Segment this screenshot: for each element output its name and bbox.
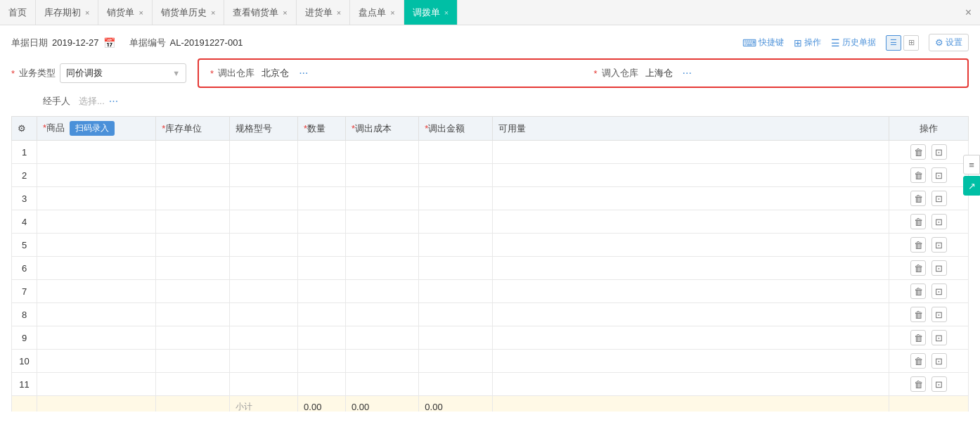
row-available: [492, 210, 889, 234]
row-unit: [156, 280, 229, 303]
warehouse-in-more[interactable]: ···: [683, 67, 692, 79]
tab-close-inventory-init[interactable]: ×: [85, 8, 89, 17]
tab-inventory-init[interactable]: 库存期初 ×: [36, 0, 98, 25]
delete-icon[interactable]: 🗑: [910, 144, 926, 160]
history-button[interactable]: ☰ 历史单据: [831, 37, 876, 49]
panel-expand-btn[interactable]: ↗: [963, 176, 980, 196]
row-cost: [345, 187, 418, 210]
row-spec: [229, 257, 297, 280]
copy-icon[interactable]: ⊡: [931, 144, 947, 160]
column-amount: *调出金额: [419, 117, 492, 141]
settings-button[interactable]: ⚙ 设置: [929, 34, 969, 51]
copy-icon[interactable]: ⊡: [931, 167, 947, 183]
row-available: [492, 326, 889, 350]
column-gear[interactable]: ⚙: [12, 117, 37, 141]
row-spec: [229, 187, 297, 210]
handler-more[interactable]: ···: [109, 95, 118, 108]
shortcuts-button[interactable]: ⌨ 快捷键: [742, 37, 784, 49]
tab-close-inventory-check[interactable]: ×: [390, 8, 394, 17]
row-amount: [419, 303, 492, 326]
transfer-table: ⚙ *商品 扫码录入 *库存单位 规格型号 *数量: [11, 116, 969, 412]
table-row: 1 🗑 ⊡: [12, 141, 969, 164]
table-row: 8 🗑 ⊡: [12, 303, 969, 326]
row-unit: [156, 234, 229, 257]
tab-transfer[interactable]: 调拨单 ×: [404, 0, 458, 25]
row-action: 🗑 ⊡: [889, 350, 969, 373]
tab-home[interactable]: 首页: [0, 0, 36, 25]
row-amount: [419, 164, 492, 187]
delete-icon[interactable]: 🗑: [910, 237, 926, 253]
tab-close-view-sales[interactable]: ×: [283, 8, 287, 17]
row-action: 🗑 ⊡: [889, 141, 969, 164]
copy-icon[interactable]: ⊡: [931, 330, 947, 345]
handler-row: 经手人 选择... ···: [11, 95, 969, 108]
business-type-select[interactable]: 同价调拨 ▼: [60, 63, 186, 83]
tab-close-sales-order[interactable]: ×: [138, 8, 143, 17]
tab-close-transfer[interactable]: ×: [444, 8, 449, 17]
table-row: 5 🗑 ⊡: [12, 234, 969, 257]
column-unit: *库存单位: [156, 117, 229, 141]
row-amount: [419, 141, 492, 164]
tab-close-sales-history[interactable]: ×: [211, 8, 215, 17]
row-amount: [419, 373, 492, 396]
row-product: [37, 141, 156, 164]
delete-icon[interactable]: 🗑: [910, 167, 926, 183]
right-panel: ≡ ↗: [963, 155, 980, 196]
row-num: 8: [12, 303, 37, 326]
copy-icon[interactable]: ⊡: [931, 260, 947, 276]
copy-icon[interactable]: ⊡: [931, 214, 947, 229]
delete-icon[interactable]: 🗑: [910, 307, 926, 322]
row-action: 🗑 ⊡: [889, 257, 969, 280]
view-toggle-list[interactable]: ☰: [886, 35, 901, 51]
row-cost: [345, 141, 418, 164]
operations-button[interactable]: ⊞ 操作: [794, 37, 821, 49]
row-available: [492, 303, 889, 326]
delete-icon[interactable]: 🗑: [910, 353, 926, 369]
delete-icon[interactable]: 🗑: [910, 260, 926, 276]
delete-icon[interactable]: 🗑: [910, 214, 926, 229]
panel-doc-btn[interactable]: ≡: [963, 155, 980, 174]
handler-select[interactable]: 选择...: [79, 95, 105, 108]
row-num: 11: [12, 373, 37, 396]
copy-icon[interactable]: ⊡: [931, 237, 947, 253]
subtotal-qty: 0.00: [298, 396, 346, 412]
delete-icon[interactable]: 🗑: [910, 191, 926, 206]
close-all-tabs[interactable]: ×: [957, 6, 980, 19]
row-unit: [156, 141, 229, 164]
row-action: 🗑 ⊡: [889, 187, 969, 210]
row-available: [492, 257, 889, 280]
tab-sales-history[interactable]: 销货单历史 ×: [153, 0, 224, 25]
dropdown-icon: ▼: [172, 69, 180, 77]
scan-button[interactable]: 扫码录入: [70, 121, 115, 136]
row-num: 10: [12, 350, 37, 373]
delete-icon[interactable]: 🗑: [910, 283, 926, 299]
row-product: [37, 350, 156, 373]
row-action: 🗑 ⊡: [889, 303, 969, 326]
row-action: 🗑 ⊡: [889, 164, 969, 187]
row-unit: [156, 187, 229, 210]
row-qty: [298, 257, 346, 280]
tab-purchase[interactable]: 进货单 ×: [297, 0, 350, 25]
tab-close-purchase[interactable]: ×: [337, 8, 341, 17]
copy-icon[interactable]: ⊡: [931, 283, 947, 299]
warehouse-out-more[interactable]: ···: [299, 67, 308, 79]
tab-view-sales[interactable]: 查看销货单 ×: [224, 0, 296, 25]
tab-sales-order[interactable]: 销货单 ×: [98, 0, 152, 25]
delete-icon[interactable]: 🗑: [910, 376, 926, 392]
row-spec: [229, 234, 297, 257]
copy-icon[interactable]: ⊡: [931, 353, 947, 369]
row-spec: [229, 280, 297, 303]
copy-icon[interactable]: ⊡: [931, 307, 947, 322]
view-toggle-grid[interactable]: ⊞: [903, 35, 919, 51]
doc-no-field: 单据编号 AL-20191227-001: [129, 37, 243, 49]
copy-icon[interactable]: ⊡: [931, 376, 947, 392]
row-unit: [156, 210, 229, 234]
delete-icon[interactable]: 🗑: [910, 330, 926, 345]
copy-icon[interactable]: ⊡: [931, 191, 947, 206]
calendar-icon[interactable]: 📅: [103, 37, 115, 49]
row-product: [37, 373, 156, 396]
row-num: 7: [12, 280, 37, 303]
row-qty: [298, 350, 346, 373]
tab-inventory-check[interactable]: 盘点单 ×: [350, 0, 404, 25]
row-available: [492, 280, 889, 303]
